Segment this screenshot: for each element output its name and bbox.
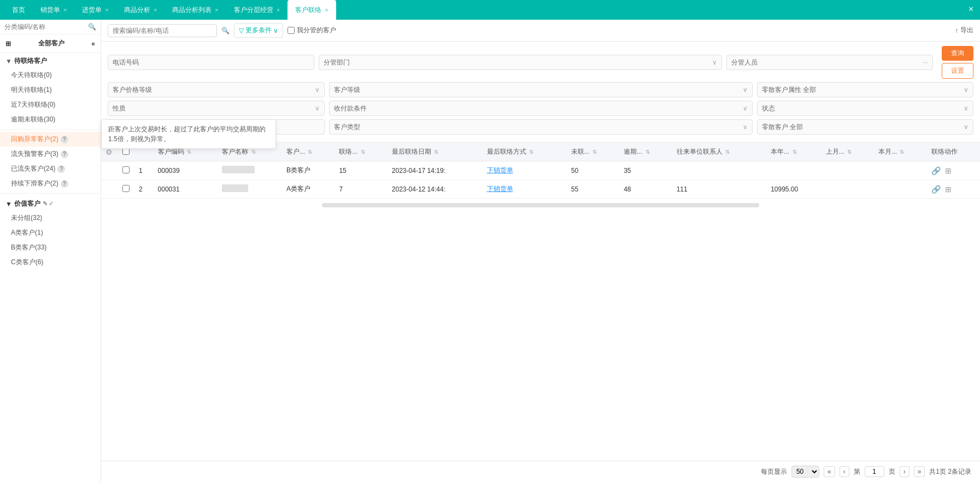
col-last-date[interactable]: 最后联络日期 ⇅ <box>388 143 483 161</box>
retail-attr-dropdown-icon[interactable]: ∨ <box>964 86 969 94</box>
price-level-dropdown-icon[interactable]: ∨ <box>315 86 320 94</box>
row2-last-method[interactable]: 下销货单 <box>483 180 567 199</box>
query-button[interactable]: 查询 <box>942 46 973 61</box>
col-overdue[interactable]: 逾期... ⇅ <box>619 143 672 161</box>
row1-link-icon[interactable]: 🔗 <box>931 166 941 175</box>
retail-customer-dropdown-icon[interactable]: ∨ <box>964 123 969 131</box>
close-product-analysis-list-icon[interactable]: × <box>215 0 218 20</box>
row1-select-checkbox[interactable] <box>122 166 130 173</box>
customer-level-filter[interactable]: 客户等级 ∨ <box>329 82 753 97</box>
dept-dropdown-icon[interactable]: ∨ <box>712 59 717 66</box>
sidebar-item-7days[interactable]: 近7天待联络(0) <box>0 97 101 112</box>
sidebar-item-today[interactable]: 今天待联络(0) <box>0 68 101 83</box>
sort-method-icon[interactable]: ⇅ <box>529 149 533 155</box>
row2-link-icon[interactable]: 🔗 <box>931 185 941 194</box>
sort-date-icon[interactable]: ⇅ <box>434 149 438 155</box>
edit-icon[interactable]: ✎ <box>43 200 48 207</box>
sort-month-icon[interactable]: ⇅ <box>900 149 904 155</box>
row1-code[interactable]: 000039 <box>154 161 218 180</box>
page-size-select[interactable]: 50 100 200 <box>791 466 819 478</box>
close-segmentation-icon[interactable]: × <box>277 0 280 20</box>
col-this-year[interactable]: 本年... ⇅ <box>766 143 821 161</box>
sort-year-icon[interactable]: ⇅ <box>793 149 797 155</box>
question-icon-3[interactable]: ? <box>61 180 68 188</box>
sidebar-item-declining[interactable]: 持续下滑客户(2) ? <box>0 176 101 191</box>
sidebar-item-churn-warning[interactable]: 流失预警客户(3) ? <box>0 147 101 161</box>
question-icon-0[interactable]: ? <box>61 136 68 143</box>
nature-filter[interactable]: 性质 ∨ <box>108 101 325 116</box>
sidebar-item-overdue[interactable]: 逾期未联络(30) <box>0 112 101 127</box>
nav-customer-contact[interactable]: 客户联络 × <box>287 0 336 20</box>
my-customers-checkbox-label[interactable]: 我分管的客户 <box>287 26 336 35</box>
col-last-method[interactable]: 最后联络方式 ⇅ <box>483 143 567 161</box>
sidebar-item-class-c[interactable]: C类客户(6) <box>0 255 101 270</box>
sidebar-item-class-a[interactable]: A类客户(1) <box>0 225 101 240</box>
filter-search-icon[interactable]: 🔍 <box>221 27 230 34</box>
sidebar-item-ungroup[interactable]: 未分组(32) <box>0 211 101 225</box>
nav-purchase[interactable]: 进货单 × <box>74 0 116 20</box>
row2-grid-icon[interactable]: ⊞ <box>945 185 952 194</box>
sort-contact-icon[interactable]: ⇅ <box>361 149 365 155</box>
sort-overdue-icon[interactable]: ⇅ <box>645 149 650 155</box>
status-filter[interactable]: 状态 ∨ <box>757 101 974 116</box>
sidebar-search-input[interactable] <box>4 23 88 31</box>
nav-product-analysis-list[interactable]: 商品分析列表 × <box>165 0 226 20</box>
col-contact[interactable]: 联络... ⇅ <box>335 143 387 161</box>
person-dots-icon[interactable]: ··· <box>923 59 928 66</box>
sidebar-item-class-b[interactable]: B类客户(33) <box>0 240 101 255</box>
close-product-analysis-icon[interactable]: × <box>154 0 157 20</box>
sidebar-item-tomorrow[interactable]: 明天待联络(1) <box>0 83 101 97</box>
export-button[interactable]: ↑ 导出 <box>955 26 973 35</box>
dept-filter[interactable]: 分管部门 ∨ <box>319 55 722 70</box>
row2-select-checkbox[interactable] <box>122 185 130 192</box>
sidebar-search-icon[interactable]: 🔍 <box>88 23 96 31</box>
horizontal-scrollbar[interactable] <box>322 203 759 207</box>
customer-type-dropdown-icon[interactable]: ∨ <box>743 123 748 131</box>
col-unread[interactable]: 未联... ⇅ <box>567 143 619 161</box>
last-page-button[interactable]: » <box>914 466 925 477</box>
sidebar-item-repurchase-anomaly[interactable]: 回购异常客户(2) ? <box>0 132 101 147</box>
retail-customer-filter[interactable]: 零散客户 全部 ∨ <box>757 119 974 135</box>
row2-code[interactable]: 000031 <box>154 180 218 199</box>
nav-customer-segmentation[interactable]: 客户分层经营 × <box>226 0 287 20</box>
prev-page-button[interactable]: ‹ <box>840 466 849 477</box>
sort-level-icon[interactable]: ⇅ <box>308 149 312 155</box>
customer-level-dropdown-icon[interactable]: ∨ <box>743 86 748 94</box>
row1-grid-icon[interactable]: ⊞ <box>945 166 952 175</box>
col-level[interactable]: 客户... ⇅ <box>282 143 335 161</box>
sort-contact-person-icon[interactable]: ⇅ <box>725 149 730 155</box>
question-icon-1[interactable]: ? <box>61 150 68 158</box>
payment-filter[interactable]: 收付款条件 ∨ <box>329 101 753 116</box>
sidebar-item-churned[interactable]: 已流失客户(24) ? <box>0 161 101 176</box>
search-input[interactable] <box>108 24 217 37</box>
close-customer-contact-icon[interactable]: × <box>325 0 328 20</box>
value-customers-section[interactable]: ▼ 价值客户 ✎ ✓ <box>0 196 101 211</box>
sort-lmonth-icon[interactable]: ⇅ <box>847 149 852 155</box>
sort-unread-icon[interactable]: ⇅ <box>592 149 597 155</box>
nav-product-analysis[interactable]: 商品分析 × <box>116 0 165 20</box>
all-customers-section[interactable]: ⊞ 全部客户 « <box>0 34 101 53</box>
window-close-icon[interactable]: × <box>969 4 973 14</box>
row1-last-method[interactable]: 下销货单 <box>483 161 567 180</box>
close-purchase-icon[interactable]: × <box>105 0 108 20</box>
col-last-month[interactable]: 上月... ⇅ <box>821 143 874 161</box>
col-contact-person[interactable]: 往来单位联系人 ⇅ <box>672 143 767 161</box>
settings-button[interactable]: 设置 <box>942 63 973 79</box>
my-customers-checkbox[interactable] <box>287 27 295 34</box>
phone-filter[interactable]: 电话号码 <box>108 55 314 70</box>
more-conditions-button[interactable]: ▽ 更多条件 ∨ <box>234 23 283 38</box>
first-page-button[interactable]: « <box>824 466 835 477</box>
check-icon[interactable]: ✓ <box>49 200 54 207</box>
sort-name-icon[interactable]: ⇅ <box>251 149 256 155</box>
sort-code-icon[interactable]: ⇅ <box>187 149 191 155</box>
nav-home[interactable]: 首页 <box>4 0 33 20</box>
question-icon-2[interactable]: ? <box>57 165 65 173</box>
current-page-input[interactable] <box>865 466 884 477</box>
retail-attr-filter[interactable]: 零散客户属性 全部 ∨ <box>757 82 974 97</box>
nav-sales[interactable]: 销货单 × <box>33 0 74 20</box>
next-page-button[interactable]: › <box>900 466 909 477</box>
payment-dropdown-icon[interactable]: ∨ <box>743 104 748 112</box>
person-filter[interactable]: 分管人员 ··· <box>726 55 933 70</box>
nature-dropdown-icon[interactable]: ∨ <box>315 104 320 112</box>
status-dropdown-icon[interactable]: ∨ <box>964 104 969 112</box>
